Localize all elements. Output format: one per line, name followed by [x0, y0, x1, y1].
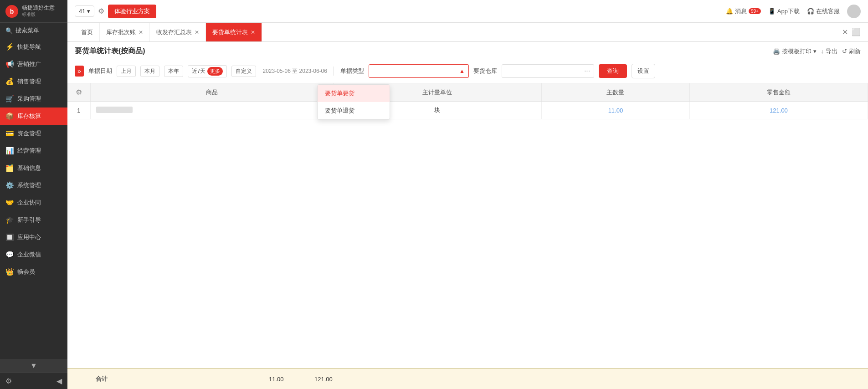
warehouse-label: 要货仓库: [473, 67, 497, 75]
amount-value[interactable]: 121.00: [770, 107, 788, 114]
sidebar-item-inventory[interactable]: 📦 库存核算: [0, 107, 67, 125]
filter-divider: [334, 67, 334, 76]
sidebar-item-system[interactable]: ⚙️ 系统管理: [0, 177, 67, 194]
tab-home-label: 首页: [81, 28, 93, 36]
marketing-icon: 📢: [5, 60, 14, 68]
notifications-label: 消息: [735, 7, 747, 15]
settings-button[interactable]: 设置: [632, 64, 655, 78]
print-icon: 🖨️: [773, 48, 780, 55]
footer-amount: 121.00: [314, 376, 333, 383]
logo-badge: 标准版: [22, 11, 55, 18]
sidebar-item-label: 库存核算: [17, 112, 62, 120]
page-actions: 🖨️ 按模板打印 ▾ ↓ 导出 ↺ 刷新: [773, 47, 861, 56]
sidebar-item-label: 应用中心: [17, 233, 62, 241]
warehouse-more-icon[interactable]: ···: [584, 67, 590, 75]
tabs-close-all-icon[interactable]: ✕: [842, 28, 848, 36]
refresh-icon: ↺: [842, 48, 847, 55]
sidebar-item-label: 销售管理: [17, 77, 62, 86]
main-content: 41 ▾ ⚙ 体验行业方案 🔔 消息 99+ 📱 App下载 🎧 在线客服: [67, 0, 868, 389]
table-settings-gear-icon[interactable]: ⚙: [76, 88, 82, 96]
online-service-group[interactable]: 🎧 在线客服: [807, 7, 840, 15]
doc-type-input[interactable]: [373, 68, 459, 75]
app-download-group[interactable]: 📱 App下载: [768, 7, 800, 15]
sidebar-item-basics[interactable]: 🗂️ 基础信息: [0, 159, 67, 177]
trial-button[interactable]: 体验行业方案: [108, 5, 156, 18]
tab-batch-inventory[interactable]: 库存批次账 ✕: [100, 23, 150, 41]
newbie-icon: 🎓: [5, 216, 14, 224]
topbar-gear-icon[interactable]: ⚙: [98, 7, 104, 15]
print-template-btn[interactable]: 🖨️ 按模板打印 ▾: [773, 47, 817, 56]
dropdown-item-order-return[interactable]: 要货单退货: [318, 102, 390, 119]
date-last-month-btn[interactable]: 上月: [117, 66, 136, 77]
td-no: 1: [67, 102, 90, 119]
sidebar-item-enterprise[interactable]: 🤝 企业协同: [0, 194, 67, 211]
sidebar-item-label: 新手引导: [17, 216, 62, 224]
tab-collection-summary-close[interactable]: ✕: [195, 29, 199, 36]
sidebar-item-quick-nav[interactable]: ⚡ 快捷导航: [0, 38, 67, 56]
logo-name: 畅捷通好生意: [22, 5, 55, 12]
sidebar-logo: b 畅捷通好生意 标准版: [0, 0, 67, 23]
sidebar-item-label: 营销推广: [17, 60, 62, 68]
avatar[interactable]: [847, 5, 861, 18]
sidebar-item-purchase[interactable]: 🛒 采购管理: [0, 90, 67, 107]
filter-expand-button[interactable]: »: [75, 66, 84, 77]
search-icon: 🔍: [5, 27, 13, 34]
table-container: ⚙ 商品 主计量单位 主数量 零售金额 1 块: [67, 83, 868, 368]
date-custom-btn[interactable]: 自定义: [231, 66, 256, 77]
td-product: [90, 102, 333, 119]
dropdown-item-order-goods[interactable]: 要货单要货: [318, 85, 390, 102]
sidebar-item-wechat[interactable]: 💬 企业微信: [0, 246, 67, 263]
quick-nav-icon: ⚡: [5, 43, 14, 51]
date-year-btn[interactable]: 本年: [164, 66, 183, 77]
sidebar-item-finance[interactable]: 💳 资金管理: [0, 125, 67, 142]
td-amount[interactable]: 121.00: [689, 102, 868, 119]
sidebar-item-appstore[interactable]: 🔲 应用中心: [0, 229, 67, 246]
enterprise-icon: 🤝: [5, 199, 14, 207]
tabs-bar: 首页 库存批次账 ✕ 收发存汇总表 ✕ 要货单统计表 ✕ ✕ ⬜: [67, 23, 868, 42]
search-label: 搜索菜单: [15, 26, 39, 35]
tab-home[interactable]: 首页: [75, 23, 100, 41]
sidebar-scroll-down[interactable]: ▼: [0, 359, 67, 373]
headset-icon: 🎧: [807, 8, 814, 15]
footer-cell-spacer: [67, 369, 90, 389]
settings-icon[interactable]: ⚙: [5, 377, 12, 385]
query-button[interactable]: 查询: [599, 64, 627, 78]
tab-order-stats[interactable]: 要货单统计表 ✕: [206, 23, 262, 41]
collapse-icon[interactable]: ◀: [56, 377, 62, 385]
tab-order-stats-close[interactable]: ✕: [251, 29, 255, 36]
sidebar-search[interactable]: 🔍 搜索菜单: [0, 23, 67, 38]
appstore-icon: 🔲: [5, 233, 14, 241]
date-current-month-btn[interactable]: 本月: [140, 66, 159, 77]
doc-type-arrow-icon[interactable]: ▲: [459, 68, 465, 74]
tabs-expand-icon[interactable]: ⬜: [852, 28, 861, 36]
export-btn[interactable]: ↓ 导出: [821, 47, 838, 56]
tab-batch-inventory-close[interactable]: ✕: [139, 29, 143, 36]
sidebar-item-members[interactable]: 👑 畅会员: [0, 263, 67, 281]
notifications-group[interactable]: 🔔 消息 99+: [726, 7, 761, 15]
sidebar-item-label: 系统管理: [17, 181, 62, 189]
doc-type-select[interactable]: ▲: [369, 64, 469, 78]
tab-batch-inventory-label: 库存批次账: [106, 28, 136, 36]
selector-chevron-icon: ▾: [87, 8, 90, 15]
td-quantity[interactable]: 11.00: [541, 102, 689, 119]
export-icon: ↓: [821, 48, 824, 55]
sidebar-item-marketing[interactable]: 📢 营销推广: [0, 56, 67, 73]
table-row: 1 块 11.00 121.00: [67, 102, 868, 119]
quantity-value[interactable]: 11.00: [608, 107, 623, 114]
date-recent7-btn[interactable]: 近7天 更多: [188, 65, 227, 77]
warehouse-input[interactable]: [506, 68, 582, 75]
footer-row: 合计 11.00 121.00: [67, 369, 868, 389]
sidebar-item-operations[interactable]: 📊 经营管理: [0, 142, 67, 159]
sidebar-item-sales[interactable]: 💰 销售管理: [0, 73, 67, 90]
th-quantity: 主数量: [541, 83, 689, 102]
tab-collection-summary[interactable]: 收发存汇总表 ✕: [150, 23, 206, 41]
refresh-btn[interactable]: ↺ 刷新: [842, 47, 861, 56]
page-title: 要货单统计表(按商品): [75, 46, 145, 56]
sidebar-item-newbie[interactable]: 🎓 新手引导: [0, 211, 67, 229]
footer-cell-quantity: 11.00: [263, 369, 309, 389]
system-icon: ⚙️: [5, 181, 14, 189]
app-download-label: App下载: [777, 7, 800, 15]
warehouse-select[interactable]: ···: [502, 64, 594, 78]
branch-selector[interactable]: 41 ▾: [75, 5, 94, 17]
th-settings[interactable]: ⚙: [67, 83, 90, 102]
